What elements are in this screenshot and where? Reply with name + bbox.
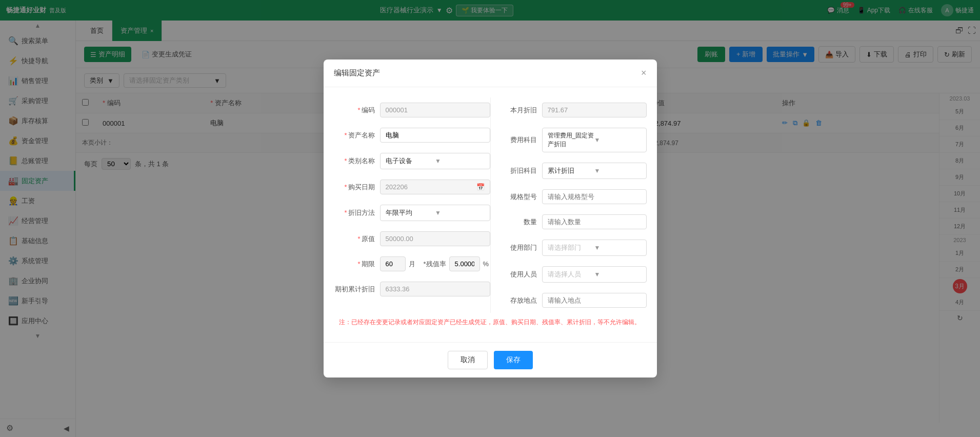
form-row-user: 使用人员 请选择人员 ▼ — [496, 261, 647, 288]
form-row-spec-model: 规格型号 — [496, 184, 647, 209]
name-input[interactable] — [380, 128, 490, 143]
form-row-purchase-date: *购买日期 202206 📅 — [334, 174, 490, 200]
modal-close-button[interactable]: × — [641, 68, 647, 78]
form-row-department: 使用部门 请选择部门 ▼ — [496, 234, 647, 261]
location-input[interactable] — [542, 293, 647, 308]
code-input[interactable] — [380, 103, 490, 117]
category-arrow-icon: ▼ — [435, 157, 485, 165]
form-left: *编码 *资产名称 *类别名称 电子设备 ▼ — [334, 97, 490, 313]
period-row: 月 *残值率 % — [380, 256, 490, 271]
quantity-input[interactable] — [542, 214, 647, 229]
form-row-original-value: *原值 — [334, 226, 490, 251]
form-row-name: *资产名称 — [334, 123, 490, 148]
department-select[interactable]: 请选择部门 ▼ — [542, 240, 647, 256]
edit-asset-modal: 编辑固定资产 × *编码 *资产名称 — [324, 59, 657, 378]
spec-model-input[interactable] — [542, 189, 647, 204]
form-row-location: 存放地点 — [496, 288, 647, 313]
monthly-depreciation-input[interactable] — [542, 103, 647, 117]
form-row-depreciation-subject: 折旧科目 累计折旧 ▼ — [496, 157, 647, 184]
modal-overlay: 编辑固定资产 × *编码 *资产名称 — [0, 0, 980, 437]
period-input[interactable] — [380, 256, 406, 271]
form-row-expense-subject: 费用科目 管理费用_固定资产折旧 ▼ — [496, 123, 647, 157]
cancel-button[interactable]: 取消 — [448, 351, 488, 369]
calendar-icon: 📅 — [476, 183, 485, 191]
form-row-quantity: 数量 — [496, 209, 647, 234]
form-row-category: *类别名称 电子设备 ▼ — [334, 148, 490, 174]
modal-notice: 注：已经存在变更记录或者对应固定资产已经生成凭证，原值、购买日期、残值率、累计折… — [334, 313, 647, 332]
dept-arrow-icon: ▼ — [594, 244, 641, 251]
depreciation-subject-select[interactable]: 累计折旧 ▼ — [542, 163, 647, 179]
purchase-date-input[interactable]: 202206 📅 — [380, 180, 490, 194]
original-value-input[interactable] — [380, 231, 490, 246]
residual-rate-input[interactable] — [449, 256, 480, 271]
expense-arrow-icon: ▼ — [594, 136, 641, 144]
form-row-initial-depreciation: 期初累计折旧 — [334, 276, 490, 302]
depreciation-arrow-icon: ▼ — [594, 167, 641, 174]
form-right: 本月折旧 费用科目 管理费用_固定资产折旧 ▼ 折旧科目 — [490, 97, 647, 313]
modal-body: *编码 *资产名称 *类别名称 电子设备 ▼ — [324, 87, 657, 342]
method-arrow-icon: ▼ — [435, 209, 485, 216]
user-select[interactable]: 请选择人员 ▼ — [542, 266, 647, 283]
modal-footer: 取消 保存 — [324, 342, 657, 378]
category-select[interactable]: 电子设备 ▼ — [380, 153, 490, 169]
user-arrow-icon: ▼ — [594, 271, 641, 278]
form-row-depreciation-method: *折旧方法 年限平均 ▼ — [334, 200, 490, 226]
form-row-period: *期限 月 *残值率 % — [334, 251, 490, 276]
initial-depreciation-input[interactable] — [380, 282, 490, 296]
depreciation-method-select[interactable]: 年限平均 ▼ — [380, 205, 490, 221]
form-row-monthly-depreciation: 本月折旧 — [496, 97, 647, 123]
expense-subject-select[interactable]: 管理费用_固定资产折旧 ▼ — [542, 128, 647, 152]
form-row-code: *编码 — [334, 97, 490, 123]
modal-title: 编辑固定资产 — [334, 68, 380, 78]
modal-header: 编辑固定资产 × — [324, 59, 657, 87]
save-button[interactable]: 保存 — [494, 351, 533, 369]
